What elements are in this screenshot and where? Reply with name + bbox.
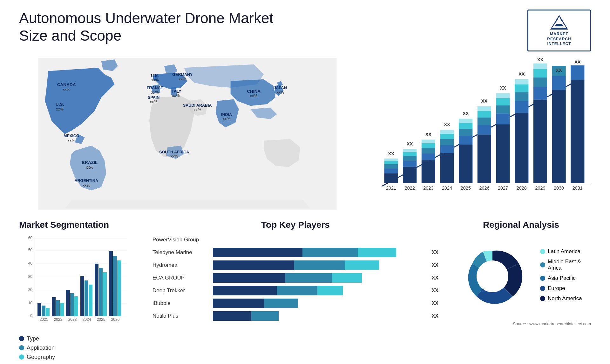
bar-seg1 [213,273,285,283]
svg-text:2026: 2026 [479,185,489,191]
svg-rect-44 [403,161,417,167]
svg-rect-75 [496,105,510,113]
bar-seg1 [213,260,294,270]
svg-text:10: 10 [28,301,33,305]
svg-text:SPAIN: SPAIN [148,95,159,100]
svg-rect-88 [533,69,547,78]
svg-text:2023: 2023 [423,185,433,191]
svg-rect-45 [403,156,417,161]
svg-rect-126 [42,306,45,316]
seg-legend: Type Application Geography [19,335,140,361]
main-top: CANADA xx% U.S. xx% MEXICO xx% BRAZIL xx… [19,58,591,210]
bar-chart-svg: XX XX XX XX [369,58,591,210]
page-container: Autonomous Underwater Drone Market Size … [0,0,610,364]
svg-text:INDIA: INDIA [221,112,232,117]
svg-rect-132 [70,293,74,316]
svg-text:CANADA: CANADA [57,82,76,87]
svg-rect-38 [384,168,398,173]
svg-rect-139 [103,272,107,316]
svg-rect-85 [533,100,547,183]
asia-pacific-dot [540,276,545,281]
svg-text:2025: 2025 [461,185,471,191]
player-name: Notilo Plus [152,313,210,319]
svg-text:2024: 2024 [83,317,91,322]
map-section: CANADA xx% U.S. xx% MEXICO xx% BRAZIL xx… [19,58,356,210]
svg-text:2022: 2022 [405,185,415,191]
bar-seg1 [213,311,251,321]
svg-text:SAUDI ARABIA: SAUDI ARABIA [183,103,212,108]
donut-svg [451,235,534,318]
list-item: Notilo Plus XX [152,311,438,321]
svg-text:FRANCE: FRANCE [147,86,163,90]
bar-seg3 [332,273,362,283]
svg-text:2030: 2030 [554,185,564,191]
north-america-label: North America [548,295,582,302]
donut-chart [451,235,534,319]
svg-rect-142 [117,260,121,316]
svg-text:CHINA: CHINA [247,89,261,93]
player-xx: XX [432,288,438,293]
svg-rect-87 [533,78,547,87]
list-item: Deep Trekker XX [152,286,438,295]
donut-container: Latin America Middle East &Africa Asia P… [451,235,591,319]
svg-rect-76 [496,98,510,105]
bar-seg3 [358,248,396,257]
svg-rect-51 [422,148,435,153]
players-list: PowerVision Group Teledyne Marine XX [152,235,438,321]
svg-text:xx%: xx% [250,94,258,98]
bar-seg2 [285,273,332,283]
svg-text:XX: XX [463,111,469,116]
bar-chart-section: XX XX XX XX [369,58,591,210]
logo-icon [550,14,569,30]
svg-rect-95 [571,65,584,80]
svg-rect-47 [403,149,417,152]
svg-text:2028: 2028 [517,185,527,191]
svg-rect-49 [422,160,435,183]
svg-rect-63 [459,129,472,136]
svg-text:xx%: xx% [223,117,230,121]
svg-text:2026: 2026 [111,317,120,322]
segmentation-title: Market Segmentation [19,220,140,230]
svg-rect-94 [571,80,584,183]
svg-text:SOUTH AFRICA: SOUTH AFRICA [159,150,189,154]
svg-rect-50 [422,153,435,160]
key-players-title: Top Key Players [152,220,438,230]
player-xx: XX [432,250,438,255]
svg-rect-135 [85,280,88,316]
svg-rect-91 [552,90,566,183]
seg-chart-svg: 0 10 20 30 40 50 60 [19,235,133,330]
asia-pacific-label: Asia Pacific [548,275,576,281]
legend-type: Type [19,335,140,342]
regional-title: Regional Analysis [451,220,591,230]
svg-text:ARGENTINA: ARGENTINA [75,179,98,183]
svg-text:GERMANY: GERMANY [172,72,193,77]
legend-me-africa: Middle East &Africa [540,259,582,271]
svg-text:30: 30 [28,274,33,279]
svg-rect-129 [56,300,60,316]
svg-rect-71 [478,106,491,111]
svg-text:xx%: xx% [170,154,178,158]
svg-rect-56 [440,145,454,153]
svg-rect-128 [52,297,56,316]
svg-rect-89 [533,63,547,69]
svg-rect-58 [440,134,454,139]
svg-text:XX: XX [537,58,544,62]
bar-seg2 [277,286,317,295]
svg-text:2023: 2023 [68,317,77,322]
svg-rect-55 [440,153,454,183]
svg-text:60: 60 [28,236,33,240]
bar-seg1 [213,286,277,295]
svg-text:XX: XX [481,98,488,104]
player-bar [213,273,426,283]
svg-rect-140 [109,251,113,316]
svg-text:2029: 2029 [535,185,545,191]
svg-text:xx%: xx% [172,93,180,98]
svg-rect-134 [80,276,84,316]
svg-text:xx%: xx% [276,90,284,94]
svg-rect-138 [99,268,103,316]
svg-text:XX: XX [500,85,506,91]
player-xx: XX [432,262,438,268]
legend-europe: Europe [540,285,582,292]
type-dot [19,336,24,341]
svg-rect-127 [46,308,50,316]
